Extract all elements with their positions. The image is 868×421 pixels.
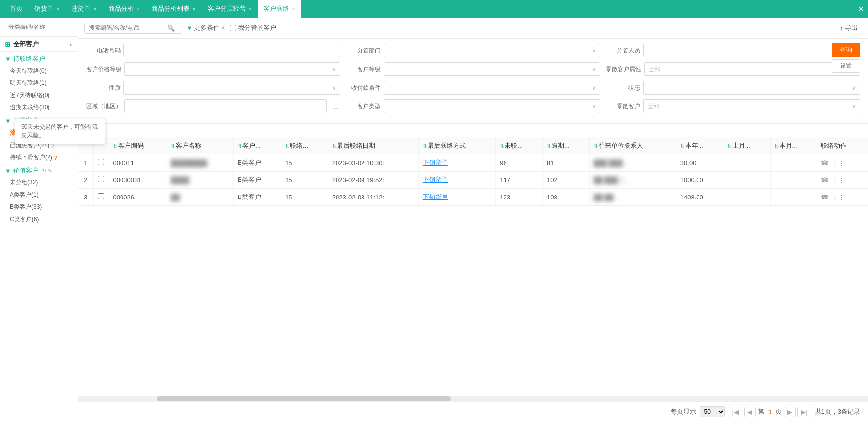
- zero-customer-select[interactable]: 全部 ∨: [643, 99, 860, 113]
- row-unit-2: ██ ███ 3...: [589, 172, 676, 189]
- phone-input[interactable]: [123, 44, 340, 57]
- sort-icon-type[interactable]: ⇅: [238, 143, 241, 149]
- sort-icon-not[interactable]: ⇅: [500, 143, 504, 149]
- export-button[interactable]: ↑ 导出: [836, 22, 863, 34]
- last-page-btn[interactable]: ▶|: [797, 407, 811, 417]
- sidebar-item-tomorrow-contact[interactable]: 明天待联络(1): [0, 77, 78, 89]
- region-select[interactable]: [124, 99, 327, 113]
- question-icon-2: ?: [54, 155, 57, 161]
- search-input-wrap[interactable]: 🔍: [84, 23, 182, 34]
- sidebar-search-input[interactable]: [5, 22, 78, 32]
- chevron-down-icon-price: ∨: [332, 66, 336, 73]
- method-link-1[interactable]: 下销货单: [423, 159, 448, 166]
- nav-home[interactable]: 首页: [4, 0, 28, 18]
- sidebar-item-overdue-contact[interactable]: 逾期未联络(30): [0, 101, 78, 114]
- sidebar-all-customers[interactable]: ⊞ 全部客户 «: [0, 37, 78, 52]
- my-customers-check[interactable]: [230, 25, 236, 31]
- customer-level-select[interactable]: ∨: [384, 62, 601, 76]
- sidebar-item-today-contact[interactable]: 今天待联络(0): [0, 65, 78, 77]
- scrollbar-thumb[interactable]: [157, 396, 451, 401]
- row-checkbox-3[interactable]: [93, 189, 109, 206]
- region-more-btn[interactable]: ...: [330, 102, 340, 111]
- sort-icon-year[interactable]: ⇅: [680, 143, 684, 149]
- row-check-3[interactable]: [98, 193, 104, 199]
- nav-close-sales-order[interactable]: ×: [56, 6, 59, 12]
- sidebar-item-ungroups[interactable]: 未分组(32): [0, 176, 78, 189]
- action-phone-icon-3[interactable]: ☎: [821, 194, 829, 201]
- row-check-1[interactable]: [98, 159, 104, 165]
- filter-row-4: 区域（地区） ... 客户类型 ∨ 零散客户 全部: [86, 99, 860, 113]
- table-body: 1 000011 ████████ B类客户 15 2023-03-02 10:…: [78, 154, 868, 206]
- nav-close-product-analysis[interactable]: ×: [137, 6, 140, 12]
- status-select[interactable]: ∨: [643, 81, 860, 95]
- next-page-btn[interactable]: ▶: [784, 407, 796, 417]
- nav-product-analysis[interactable]: 商品分析 ×: [102, 0, 145, 18]
- nav-close-customer-segment[interactable]: ×: [249, 6, 252, 12]
- sidebar: 🔍 ⊞ 全部客户 « ▼ 待联络客户 今天待联络(0) 明天待联络(1) 近7天…: [0, 18, 78, 421]
- row-checkbox-2[interactable]: [93, 172, 109, 189]
- sidebar-item-class-b[interactable]: B类客户(33): [0, 201, 78, 213]
- sort-icon-contact[interactable]: ⇅: [285, 143, 289, 149]
- sidebar-item-class-c[interactable]: C类客户(6): [0, 213, 78, 225]
- nav-customer-contact[interactable]: 客户联络 ×: [258, 0, 301, 18]
- main-search-input[interactable]: [89, 25, 167, 31]
- funnel-icon: ▼: [186, 25, 193, 32]
- chevron-down-icon-payment: ∨: [592, 85, 596, 91]
- sort-icon-tm[interactable]: ⇅: [774, 143, 778, 149]
- nav-customer-segment[interactable]: 客户分层经营 ×: [202, 0, 258, 18]
- zero-attribute-select[interactable]: 全部 ∨: [644, 62, 860, 76]
- nav-close-purchase-order[interactable]: ×: [93, 6, 96, 12]
- nav-product-analysis-list[interactable]: 商品分析列表 ×: [145, 0, 201, 18]
- settings-button[interactable]: 设置: [832, 59, 860, 73]
- nav-purchase-order[interactable]: 进货单 ×: [65, 0, 102, 18]
- sort-icon-code[interactable]: ⇅: [113, 143, 117, 149]
- person-select[interactable]: ∨: [643, 44, 846, 57]
- nav-close-customer-contact[interactable]: ×: [292, 6, 295, 12]
- sidebar-group-pending-contact[interactable]: ▼ 待联络客户: [0, 52, 78, 65]
- sort-icon-unit[interactable]: ⇅: [594, 143, 598, 149]
- row-check-2[interactable]: [98, 176, 104, 182]
- method-link-3[interactable]: 下销货单: [423, 193, 448, 200]
- status-label: 状态: [606, 84, 640, 92]
- sort-icon-overdue[interactable]: ⇅: [547, 143, 551, 149]
- action-more-icon-1[interactable]: ⋮⋮: [832, 159, 844, 167]
- sidebar-group-value-customers[interactable]: ▼ 价值客户 ↻ ✎: [0, 164, 78, 176]
- current-page-num: 1: [768, 408, 772, 416]
- method-link-2[interactable]: 下销货单: [423, 176, 448, 183]
- sidebar-item-declining[interactable]: 持续下滑客户(2) ?: [0, 151, 78, 164]
- customer-level-label: 客户等级: [346, 65, 381, 74]
- sort-icon-date[interactable]: ⇅: [332, 143, 336, 149]
- prev-page-btn[interactable]: ◀: [744, 407, 756, 417]
- payment-select[interactable]: ∨: [384, 81, 601, 95]
- zero-customer-label: 零散客户: [606, 102, 640, 111]
- row-contact-2: 15: [281, 172, 328, 189]
- col-this-year: ⇅本年...: [676, 137, 723, 154]
- first-page-btn[interactable]: |◀: [729, 407, 742, 417]
- sort-icon-name[interactable]: ⇅: [171, 143, 175, 149]
- price-level-select[interactable]: ∨: [124, 62, 340, 76]
- more-conditions-btn[interactable]: ▼ 更多条件 ∧: [186, 24, 226, 32]
- nature-select[interactable]: ∨: [123, 81, 340, 95]
- my-customers-checkbox[interactable]: 我分管的客户: [230, 24, 276, 32]
- window-close-icon[interactable]: ✕: [858, 4, 864, 14]
- refresh-icon[interactable]: ↻: [42, 168, 46, 174]
- action-more-icon-2[interactable]: ⋮⋮: [832, 176, 844, 184]
- sort-icon-lm[interactable]: ⇅: [727, 143, 731, 149]
- sidebar-item-7days-contact[interactable]: 近7天待联络(0): [0, 89, 78, 101]
- sidebar-item-class-a[interactable]: A类客户(1): [0, 189, 78, 201]
- row-lm-1: [723, 154, 770, 172]
- main-search-icon[interactable]: 🔍: [167, 25, 175, 32]
- row-checkbox-1[interactable]: [93, 154, 109, 172]
- sort-icon-method[interactable]: ⇅: [423, 143, 427, 149]
- edit-group-icon[interactable]: ✎: [48, 168, 52, 174]
- horizontal-scrollbar[interactable]: [78, 396, 868, 402]
- action-phone-icon-2[interactable]: ☎: [821, 176, 829, 184]
- department-select[interactable]: ∨: [384, 44, 601, 57]
- nav-close-product-analysis-list[interactable]: ×: [193, 6, 195, 12]
- customer-type-select[interactable]: ∨: [384, 99, 601, 113]
- query-button[interactable]: 查询: [832, 43, 860, 57]
- action-phone-icon-1[interactable]: ☎: [821, 159, 829, 167]
- nav-sales-order[interactable]: 销货单 ×: [28, 0, 65, 18]
- per-page-select[interactable]: 50 100 200: [700, 406, 725, 417]
- action-more-icon-3[interactable]: ⋮⋮: [832, 194, 844, 201]
